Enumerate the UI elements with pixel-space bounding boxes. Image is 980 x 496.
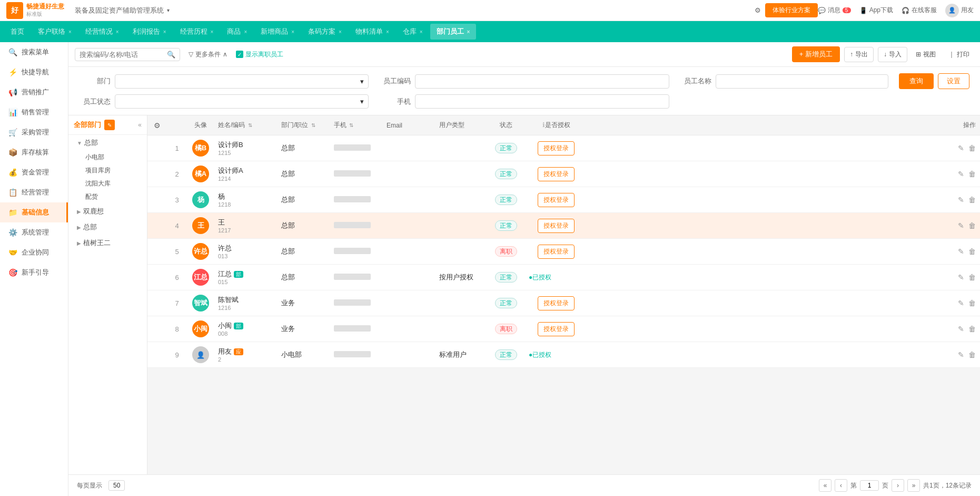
tab-close-icon[interactable]: ×: [291, 29, 294, 35]
emp-name-input[interactable]: [716, 74, 888, 89]
auth-info-icon[interactable]: ℹ: [542, 121, 545, 129]
page-size-select[interactable]: 50: [108, 480, 125, 491]
last-page-btn[interactable]: »: [907, 479, 920, 492]
app-download-btn[interactable]: 📱 App下载: [859, 6, 893, 15]
sidebar-item-系统管理[interactable]: ⚙️系统管理: [0, 222, 68, 242]
sidebar-item-营销推广[interactable]: 📢营销推广: [0, 82, 68, 102]
tab-close-icon[interactable]: ×: [339, 29, 342, 35]
gear-icon[interactable]: ⚙: [750, 3, 765, 18]
delete-icon[interactable]: 🗑: [968, 196, 976, 204]
dept-node-总部[interactable]: ▶总部: [68, 219, 147, 235]
import-button[interactable]: ↓ 导入: [878, 47, 907, 62]
sidebar-item-快捷导航[interactable]: ⚡快捷导航: [0, 62, 68, 82]
nav-tab-条码方案[interactable]: 条码方案×: [302, 24, 348, 40]
next-page-btn[interactable]: ›: [892, 479, 904, 492]
nav-tab-商品[interactable]: 商品×: [221, 24, 253, 40]
auth-btn[interactable]: 授权登录: [538, 245, 575, 259]
dept-collapse-btn[interactable]: «: [138, 121, 142, 129]
emp-status-select[interactable]: ▾: [115, 94, 369, 109]
delete-icon[interactable]: 🗑: [968, 325, 976, 333]
user-area[interactable]: 👤 用友: [945, 4, 974, 17]
tab-close-icon[interactable]: ×: [211, 29, 214, 35]
nav-tab-物料清单[interactable]: 物料清单×: [349, 24, 395, 40]
tab-close-icon[interactable]: ×: [68, 29, 72, 35]
view-button[interactable]: ⊞ 视图: [912, 47, 940, 62]
page-input[interactable]: [860, 480, 879, 491]
auth-btn[interactable]: 授权登录: [538, 141, 575, 155]
sidebar-item-销售管理[interactable]: 📊销售管理: [0, 102, 68, 122]
sidebar-item-基础信息[interactable]: 📁基础信息: [0, 202, 68, 222]
edit-icon[interactable]: ✎: [958, 273, 964, 281]
dept-node-植树王二[interactable]: ▶植树王二: [68, 235, 147, 251]
dept-node-双鹿想[interactable]: ▶双鹿想: [68, 203, 147, 219]
auth-btn[interactable]: 授权登录: [538, 219, 575, 233]
prev-page-btn[interactable]: ‹: [835, 479, 847, 492]
query-btn[interactable]: 查询: [899, 73, 934, 89]
nav-tab-利润报告[interactable]: 利润报告×: [126, 24, 173, 40]
tab-close-icon[interactable]: ×: [420, 29, 423, 35]
sidebar-item-企业协同[interactable]: 🤝企业协同: [0, 242, 68, 262]
delete-icon[interactable]: 🗑: [968, 247, 976, 256]
delete-icon[interactable]: 🗑: [968, 144, 976, 152]
nav-tab-经营历程[interactable]: 经营历程×: [174, 24, 220, 40]
resigned-checkbox[interactable]: ✓: [236, 51, 243, 58]
dept-child-沈阳大库[interactable]: 沈阳大库: [68, 177, 147, 190]
table-settings-icon[interactable]: ⚙: [154, 121, 161, 130]
nav-tab-经营情况[interactable]: 经营情况×: [79, 24, 125, 40]
sidebar-item-搜索菜单[interactable]: 🔍搜索菜单: [0, 42, 68, 62]
sidebar-item-经营管理[interactable]: 📋经营管理: [0, 182, 68, 202]
online-service-btn[interactable]: 🎧 在线客服: [902, 6, 937, 15]
tab-close-icon[interactable]: ×: [163, 29, 166, 35]
show-resigned-toggle[interactable]: ✓ 显示离职员工: [236, 50, 283, 59]
edit-icon[interactable]: ✎: [958, 325, 964, 333]
edit-icon[interactable]: ✎: [958, 221, 964, 230]
nav-tab-新增商品[interactable]: 新增商品×: [254, 24, 301, 40]
edit-icon[interactable]: ✎: [958, 351, 964, 359]
delete-icon[interactable]: 🗑: [968, 351, 976, 359]
tab-close-icon[interactable]: ×: [244, 29, 247, 35]
edit-icon[interactable]: ✎: [958, 196, 964, 204]
set-btn[interactable]: 设置: [938, 73, 969, 89]
delete-icon[interactable]: 🗑: [968, 221, 976, 230]
edit-icon[interactable]: ✎: [958, 144, 964, 152]
search-input-wrap[interactable]: 🔍: [75, 48, 180, 61]
auth-btn[interactable]: 授权登录: [538, 167, 575, 181]
dept-child-小电部[interactable]: 小电部: [68, 151, 147, 164]
emp-code-input[interactable]: [415, 74, 669, 89]
auth-btn[interactable]: 授权登录: [538, 296, 575, 310]
edit-icon[interactable]: ✎: [958, 170, 964, 178]
dept-child-项目库房[interactable]: 项目库房: [68, 164, 147, 177]
auth-btn[interactable]: 授权登录: [538, 193, 575, 207]
trial-button[interactable]: 体验行业方案: [765, 3, 818, 17]
nav-tab-部门员工[interactable]: 部门员工×: [430, 24, 477, 40]
tab-close-icon[interactable]: ×: [116, 29, 119, 35]
sidebar-item-资金管理[interactable]: 💰资金管理: [0, 162, 68, 182]
export-button[interactable]: ↑ 导出: [844, 47, 874, 62]
sidebar-item-新手引导[interactable]: 🎯新手引导: [0, 262, 68, 283]
nav-tab-首页[interactable]: 首页: [4, 24, 31, 40]
edit-icon[interactable]: ✎: [958, 247, 964, 256]
sidebar-item-采购管理[interactable]: 🛒采购管理: [0, 122, 68, 142]
dept-child-配货[interactable]: 配货: [68, 190, 147, 203]
auth-btn[interactable]: 授权登录: [538, 322, 575, 336]
sidebar-item-库存核算[interactable]: 📦库存核算: [0, 142, 68, 162]
tab-close-icon[interactable]: ×: [467, 29, 470, 35]
delete-icon[interactable]: 🗑: [968, 170, 976, 178]
tab-close-icon[interactable]: ×: [386, 29, 389, 35]
delete-icon[interactable]: 🗑: [968, 273, 976, 281]
edit-icon[interactable]: ✎: [958, 299, 964, 307]
dept-select[interactable]: ▾: [115, 74, 369, 89]
search-input[interactable]: [80, 51, 165, 59]
dept-edit-btn[interactable]: ✎: [104, 120, 115, 130]
message-btn[interactable]: 💬 消息 5: [818, 6, 851, 15]
print-button[interactable]: ｜ 打印: [944, 47, 974, 62]
dept-node-总部[interactable]: ▼总部: [68, 135, 147, 151]
nav-tab-客户联络[interactable]: 客户联络×: [32, 24, 78, 40]
first-page-btn[interactable]: «: [819, 479, 831, 492]
more-filter-btn[interactable]: ▽ 更多条件 ∧: [184, 48, 232, 61]
phone-input[interactable]: [415, 94, 669, 109]
delete-icon[interactable]: 🗑: [968, 299, 976, 307]
system-title-chevron[interactable]: ▾: [167, 7, 170, 13]
nav-tab-仓库[interactable]: 仓库×: [397, 24, 429, 40]
add-employee-button[interactable]: + 新增员工: [792, 46, 840, 62]
